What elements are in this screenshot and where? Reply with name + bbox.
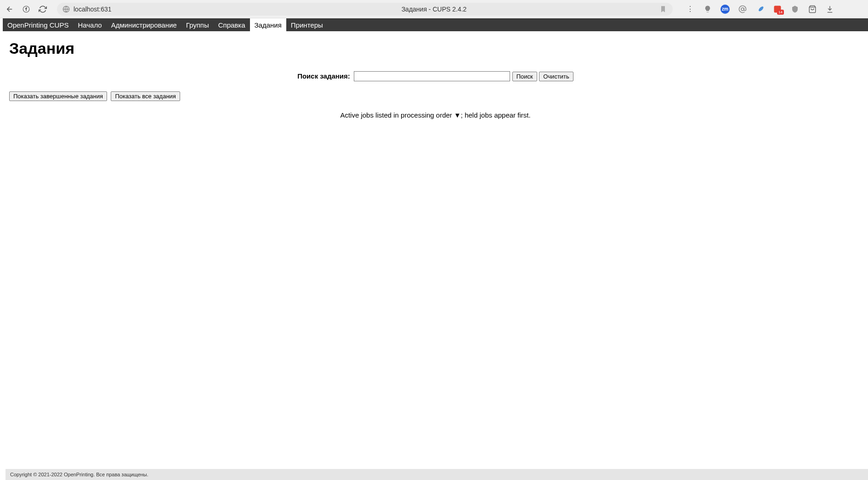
nav-home[interactable]: Начало: [73, 18, 106, 31]
nav-help[interactable]: Справка: [214, 18, 250, 31]
svg-point-2: [741, 8, 744, 11]
footer: Copyright © 2021-2022 OpenPrinting. Все …: [6, 469, 868, 480]
cart-icon[interactable]: [808, 5, 817, 14]
feather-icon[interactable]: [755, 5, 765, 14]
extension-icons: ⋮ zm 14: [686, 5, 834, 14]
search-button[interactable]: Поиск: [512, 72, 537, 81]
nav-classes[interactable]: Группы: [182, 18, 214, 31]
page-heading: Задания: [9, 40, 862, 57]
reload-icon[interactable]: [39, 5, 47, 13]
shield-icon[interactable]: [790, 5, 800, 14]
nav-admin[interactable]: Администрирование: [107, 18, 182, 31]
bulb-icon[interactable]: [703, 5, 712, 14]
copyright-text: Copyright © 2021-2022 OpenPrinting. Все …: [10, 472, 148, 477]
page-body: Задания Поиск задания: Поиск Очистить По…: [3, 31, 868, 480]
site-info-icon[interactable]: [62, 6, 70, 13]
bookmark-icon[interactable]: [659, 5, 667, 13]
back-icon[interactable]: [6, 5, 14, 13]
nav-jobs[interactable]: Задания: [250, 18, 286, 31]
at-icon[interactable]: [738, 5, 747, 14]
nav-controls: [6, 5, 47, 13]
main-nav: OpenPrinting CUPS Начало Администрирован…: [3, 18, 868, 31]
badge-count: 14: [777, 10, 784, 15]
yandex-icon[interactable]: [22, 5, 30, 13]
url-text: localhost:631: [74, 6, 112, 13]
nav-brand[interactable]: OpenPrinting CUPS: [3, 18, 73, 31]
filter-row: Показать завершенные задания Показать вс…: [9, 91, 862, 101]
download-icon[interactable]: [825, 5, 834, 14]
show-all-button[interactable]: Показать все задания: [111, 91, 180, 101]
browser-toolbar: localhost:631 Задания - CUPS 2.4.2 ⋮ zm …: [0, 0, 868, 18]
todoist-icon[interactable]: 14: [773, 5, 782, 14]
page-title: Задания - CUPS 2.4.2: [402, 6, 467, 13]
zm-extension-icon[interactable]: zm: [720, 5, 730, 14]
page-content-wrapper: OpenPrinting CUPS Начало Администрирован…: [3, 18, 868, 480]
url-bar[interactable]: localhost:631 Задания - CUPS 2.4.2: [57, 3, 673, 16]
search-label: Поиск задания:: [297, 72, 350, 80]
status-text: Active jobs listed in processing order ▼…: [9, 111, 862, 119]
nav-printers[interactable]: Принтеры: [286, 18, 328, 31]
search-row: Поиск задания: Поиск Очистить: [9, 71, 862, 81]
clear-button[interactable]: Очистить: [539, 72, 573, 81]
menu-icon[interactable]: ⋮: [686, 5, 695, 14]
search-input[interactable]: [354, 71, 510, 81]
show-completed-button[interactable]: Показать завершенные задания: [9, 91, 107, 101]
